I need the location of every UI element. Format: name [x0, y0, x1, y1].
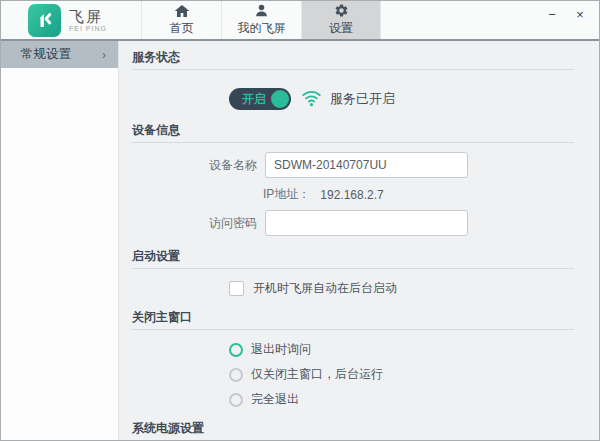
tab-home-label: 首页: [170, 20, 194, 37]
tab-home[interactable]: 首页: [141, 1, 221, 39]
tab-settings-label: 设置: [329, 20, 353, 37]
ip-address-value: 192.168.2.7: [320, 188, 383, 202]
divider: [132, 268, 574, 269]
close-option-exit-row: 完全退出: [229, 391, 574, 408]
sidebar: 常规设置 ›: [1, 41, 119, 440]
app-subtitle: FEI PING: [69, 25, 107, 32]
divider: [132, 329, 574, 330]
sidebar-item-label: 常规设置: [21, 46, 71, 63]
ip-address-row: IP地址： 192.168.2.7: [263, 186, 574, 203]
home-icon: [174, 4, 190, 18]
access-password-input[interactable]: [265, 210, 468, 236]
autostart-checkbox[interactable]: [229, 281, 244, 296]
gear-icon: [334, 3, 349, 18]
section-title-startup: 启动设置: [132, 249, 574, 263]
app-title: 飞屏: [69, 9, 107, 25]
brand-text: 飞屏 FEI PING: [69, 9, 107, 32]
tab-settings[interactable]: 设置: [301, 1, 381, 39]
device-name-label: 设备名称: [132, 157, 265, 174]
section-title-service-status: 服务状态: [132, 50, 574, 64]
nav-tabs: 首页 我的飞屏 设置: [141, 1, 381, 39]
app-window: 飞屏 FEI PING 首页 我的飞: [0, 0, 600, 441]
autostart-label: 开机时飞屏自动在后台启动: [253, 280, 397, 297]
tab-my-feiping-label: 我的飞屏: [238, 20, 286, 37]
divider: [132, 69, 574, 70]
access-password-label: 访问密码: [132, 215, 265, 232]
radio-exit-completely[interactable]: [229, 393, 243, 407]
radio-close-to-background-label: 仅关闭主窗口，后台运行: [251, 366, 383, 383]
device-name-row: 设备名称: [132, 152, 574, 178]
service-toggle[interactable]: 开启: [229, 88, 291, 110]
toggle-knob: [271, 90, 289, 108]
section-title-power: 系统电源设置: [132, 421, 574, 435]
radio-ask-on-exit[interactable]: [229, 343, 243, 357]
section-title-device-info: 设备信息: [132, 123, 574, 137]
close-option-background-row: 仅关闭主窗口，后台运行: [229, 366, 574, 383]
user-icon: [254, 3, 269, 18]
minimize-button[interactable]: −: [545, 7, 559, 23]
sidebar-item-general-settings[interactable]: 常规设置 ›: [1, 41, 118, 68]
tab-my-feiping[interactable]: 我的飞屏: [221, 1, 301, 39]
service-status-row: 开启 服务已开启: [229, 88, 574, 110]
close-option-ask-row: 退出时询问: [229, 341, 574, 358]
window-controls: − ×: [545, 7, 587, 23]
radio-exit-completely-label: 完全退出: [251, 391, 299, 408]
close-button[interactable]: ×: [573, 7, 587, 23]
wifi-icon: [301, 89, 322, 110]
header-bar: 飞屏 FEI PING 首页 我的飞: [1, 1, 599, 41]
password-row: 访问密码: [132, 210, 574, 236]
settings-panel: 服务状态 开启 服务已开启 设备信息: [119, 41, 599, 440]
service-status-text: 服务已开启: [330, 90, 395, 108]
radio-ask-on-exit-label: 退出时询问: [251, 341, 311, 358]
device-name-input[interactable]: [265, 152, 468, 178]
radio-close-to-background[interactable]: [229, 368, 243, 382]
chevron-right-icon: ›: [102, 48, 106, 62]
app-brand: 飞屏 FEI PING: [1, 1, 141, 39]
feiping-logo-icon: [28, 4, 61, 37]
autostart-row: 开机时飞屏自动在后台启动: [229, 280, 574, 297]
ip-address-label: IP地址：: [263, 186, 310, 203]
divider: [132, 142, 574, 143]
section-title-close-window: 关闭主窗口: [132, 310, 574, 324]
service-toggle-label: 开启: [242, 91, 266, 108]
